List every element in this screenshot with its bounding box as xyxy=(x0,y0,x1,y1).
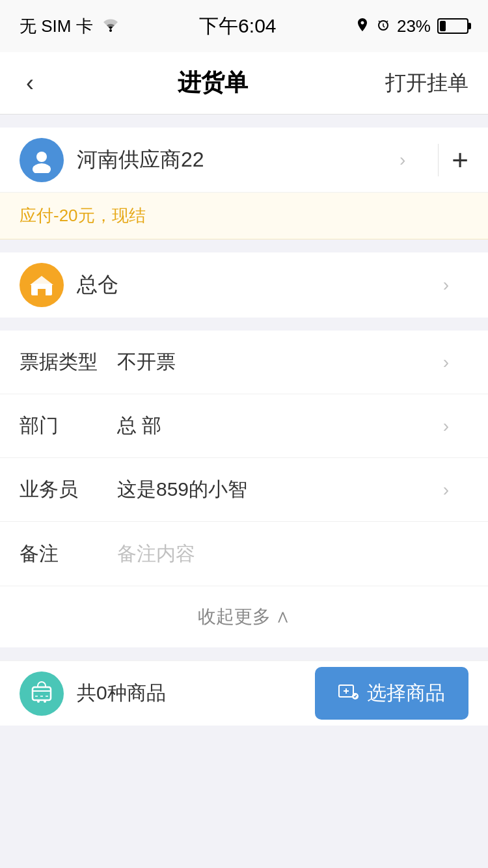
salesman-row[interactable]: 业务员 这是859的小智 › xyxy=(0,458,488,522)
back-button[interactable]: ‹ xyxy=(20,63,40,103)
form-section: 票据类型 不开票 › 部门 总 部 › 业务员 这是859的小智 › 备注 备注… xyxy=(0,331,488,586)
notice-text: 应付-20元，现结 xyxy=(20,206,146,225)
battery-icon xyxy=(437,18,468,34)
remark-row[interactable]: 备注 备注内容 xyxy=(0,522,488,586)
warehouse-chevron-icon: › xyxy=(443,275,449,295)
select-icon xyxy=(338,682,359,705)
supplier-row[interactable]: 河南供应商22 › + xyxy=(0,128,488,193)
nav-bar: ‹ 进货单 打开挂单 xyxy=(0,52,488,115)
svg-point-0 xyxy=(109,29,112,32)
status-left: 无 SIM 卡 xyxy=(20,15,120,38)
invoice-row[interactable]: 票据类型 不开票 › xyxy=(0,331,488,394)
salesman-label: 业务员 xyxy=(20,476,111,503)
status-bar: 无 SIM 卡 下午6:04 23% xyxy=(0,0,488,52)
wifi-icon xyxy=(101,16,120,36)
invoice-chevron-icon: › xyxy=(443,352,449,373)
invoice-label: 票据类型 xyxy=(20,349,111,375)
bottom-bar: 共0种商品 选择商品 xyxy=(0,660,488,726)
content-below xyxy=(0,726,488,868)
cart-icon xyxy=(20,671,64,716)
svg-point-8 xyxy=(37,700,40,703)
gap-4 xyxy=(0,647,488,660)
collapse-button[interactable]: 收起更多 ∧ xyxy=(0,586,488,647)
product-count: 共0种商品 xyxy=(77,680,315,707)
battery-percent: 23% xyxy=(397,16,431,36)
supplier-section: 河南供应商22 › + 应付-20元，现结 xyxy=(0,128,488,239)
notice-bar: 应付-20元，现结 xyxy=(0,193,488,239)
remark-input[interactable]: 备注内容 xyxy=(111,541,468,567)
divider xyxy=(438,144,439,176)
svg-point-3 xyxy=(33,163,51,173)
salesman-value: 这是859的小智 xyxy=(111,476,443,503)
svg-rect-6 xyxy=(38,289,46,295)
select-product-button[interactable]: 选择商品 xyxy=(315,667,468,720)
status-time: 下午6:04 xyxy=(199,13,276,40)
invoice-value: 不开票 xyxy=(111,349,443,375)
dept-chevron-icon: › xyxy=(443,416,449,437)
warehouse-row[interactable]: 总仓 › xyxy=(0,252,488,318)
warehouse-section: 总仓 › xyxy=(0,252,488,318)
svg-rect-7 xyxy=(33,687,51,700)
location-icon xyxy=(355,16,370,36)
supplier-avatar xyxy=(20,138,64,182)
select-label: 选择商品 xyxy=(367,680,445,707)
open-pending-button[interactable]: 打开挂单 xyxy=(385,69,468,98)
gap-2 xyxy=(0,239,488,252)
warehouse-icon xyxy=(20,263,64,307)
collapse-label: 收起更多 ∧ xyxy=(198,606,291,627)
gap-1 xyxy=(0,115,488,128)
salesman-chevron-icon: › xyxy=(443,480,449,500)
svg-point-2 xyxy=(36,152,47,162)
remark-label: 备注 xyxy=(20,541,111,567)
gap-3 xyxy=(0,318,488,331)
alarm-icon xyxy=(376,16,390,36)
dept-label: 部门 xyxy=(20,413,111,439)
supplier-chevron-icon: › xyxy=(400,150,405,170)
svg-point-9 xyxy=(44,700,46,703)
carrier-label: 无 SIM 卡 xyxy=(20,15,93,38)
supplier-name: 河南供应商22 xyxy=(77,146,400,174)
dept-value: 总 部 xyxy=(111,413,443,439)
svg-marker-5 xyxy=(30,276,53,285)
dept-row[interactable]: 部门 总 部 › xyxy=(0,394,488,458)
warehouse-name: 总仓 xyxy=(77,271,443,299)
status-right: 23% xyxy=(355,16,468,36)
add-supplier-button[interactable]: + xyxy=(452,146,468,174)
page-title: 进货单 xyxy=(178,67,248,99)
